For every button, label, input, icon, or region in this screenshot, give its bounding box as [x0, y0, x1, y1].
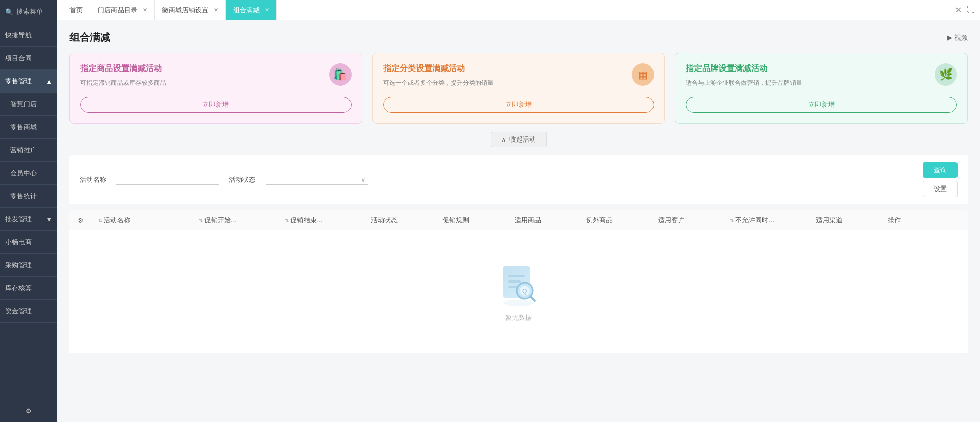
sidebar-search[interactable]: 🔍 搜索菜单 — [0, 0, 57, 24]
th-label: 活动状态 — [371, 216, 398, 225]
search-icon: 🔍 — [5, 8, 13, 16]
tab-bar: 首页 门店商品目录 ✕ 微商城店铺设置 ✕ 组合满减 ✕ ✕ ⛶ — [57, 0, 980, 20]
goods-card-desc: 可指定滞销商品或库存较多商品 — [80, 78, 352, 87]
sort-icon: ⇅ — [98, 218, 102, 223]
th-gear[interactable]: ⚙ — [78, 217, 98, 224]
sidebar-item-label: 会员中心 — [10, 169, 37, 178]
sidebar-item-label: 库存核算 — [5, 284, 32, 293]
tab-combo-discount[interactable]: 组合满减 ✕ — [226, 0, 277, 20]
th-label: 不允许同时... — [735, 216, 774, 225]
th-status: 活动状态 — [371, 216, 443, 225]
sidebar-item-label: 小畅电商 — [5, 238, 32, 247]
svg-line-8 — [530, 296, 535, 301]
close-window-icon[interactable]: ✕ — [955, 5, 962, 15]
activity-card-category: ▦ 指定分类设置满减活动 可选一个或者多个分类，提升分类的销量 立即新增 — [372, 53, 665, 124]
category-add-button[interactable]: 立即新增 — [383, 97, 655, 113]
goods-card-title: 指定商品设置满减活动 — [80, 63, 352, 74]
tab-bar-actions: ✕ ⛶ — [955, 5, 975, 15]
sidebar-item-finance-mgmt[interactable]: 资金管理 — [0, 300, 57, 323]
sidebar-settings[interactable]: ⚙ — [0, 400, 57, 422]
brand-card-icon: 🌿 — [935, 63, 957, 86]
sidebar-item-retail-mall[interactable]: 零售商城 — [0, 116, 57, 139]
tab-home[interactable]: 首页 — [62, 0, 90, 20]
th-start[interactable]: ⇅ 促销开始... — [199, 216, 285, 225]
sidebar-item-member-center[interactable]: 会员中心 — [0, 162, 57, 185]
sidebar-search-label: 搜索菜单 — [16, 7, 43, 16]
sort-icon: ⇅ — [285, 218, 289, 223]
sidebar-item-retail-mgmt[interactable]: 零售管理 ▲ — [0, 70, 57, 93]
sidebar-item-smart-store[interactable]: 智慧门店 — [0, 93, 57, 116]
tab-store-catalog[interactable]: 门店商品目录 ✕ — [90, 0, 155, 20]
empty-text: 暂无数据 — [505, 313, 532, 322]
chevron-down-icon: ▼ — [45, 216, 52, 223]
video-label: 视频 — [954, 33, 968, 42]
video-link[interactable]: ▶ 视频 — [947, 33, 968, 42]
sidebar-item-stock-calc[interactable]: 库存核算 — [0, 277, 57, 300]
tab-close-icon[interactable]: ✕ — [214, 7, 218, 13]
filter-status-label: 活动状态 — [229, 175, 255, 184]
th-label: 促销规则 — [442, 216, 469, 225]
filter-actions: 查询 设置 — [923, 162, 958, 197]
tab-label: 微商城店铺设置 — [162, 6, 208, 15]
collapse-label: 收起活动 — [509, 135, 536, 144]
th-action: 操作 — [888, 216, 960, 225]
tab-close-icon[interactable]: ✕ — [265, 7, 269, 13]
sidebar-item-label: 零售统计 — [10, 192, 37, 201]
play-icon: ▶ — [947, 34, 952, 41]
brand-card-desc: 适合与上游企业联合做营销，提升品牌销量 — [686, 78, 957, 87]
chevron-up-icon: ∧ — [501, 136, 506, 144]
sidebar-item-marketing[interactable]: 营销推广 — [0, 139, 57, 162]
th-notsame[interactable]: ⇅ 不允许同时... — [730, 216, 816, 225]
tab-label: 首页 — [69, 6, 83, 15]
leaf-icon: 🌿 — [939, 68, 953, 81]
tab-close-icon[interactable]: ✕ — [143, 7, 147, 13]
th-goods: 适用商品 — [515, 216, 587, 225]
collapse-button[interactable]: ∧ 收起活动 — [491, 132, 547, 147]
gear-icon: ⚙ — [26, 407, 32, 415]
th-name[interactable]: ⇅ 活动名称 — [98, 216, 199, 225]
content-area: 组合满减 ▶ 视频 🛍️ 指定商品设置满减活动 可指定滞销商品或库存较多商品 立… — [57, 20, 980, 422]
sidebar-item-quick-nav[interactable]: 快捷导航 — [0, 24, 57, 47]
sidebar-item-label: 资金管理 — [5, 307, 32, 316]
sidebar-item-xiaochang[interactable]: 小畅电商 — [0, 231, 57, 254]
sidebar-item-label: 零售商城 — [10, 123, 37, 132]
brand-add-button[interactable]: 立即新增 — [686, 97, 957, 113]
sidebar-item-label: 采购管理 — [5, 261, 32, 270]
gear-icon: ⚙ — [78, 217, 84, 224]
goods-add-button[interactable]: 立即新增 — [80, 97, 352, 113]
sidebar: 🔍 搜索菜单 快捷导航 项目合同 零售管理 ▲ 智慧门店 零售商城 营销推广 会… — [0, 0, 57, 422]
sidebar-item-label: 零售管理 — [5, 77, 32, 86]
tab-wechat-store[interactable]: 微商城店铺设置 ✕ — [155, 0, 226, 20]
filter-row: 活动名称 活动状态 ∨ 查询 设置 — [69, 155, 968, 204]
sidebar-item-retail-stats[interactable]: 零售统计 — [0, 185, 57, 208]
sidebar-item-label: 项目合同 — [5, 54, 32, 63]
activity-card-brand: 🌿 指定品牌设置满减活动 适合与上游企业联合做营销，提升品牌销量 立即新增 — [675, 53, 968, 124]
filter-name-input[interactable] — [116, 175, 219, 185]
page-header: 组合满减 ▶ 视频 — [69, 31, 968, 44]
sidebar-item-purchase-mgmt[interactable]: 采购管理 — [0, 254, 57, 277]
sidebar-item-project-contract[interactable]: 项目合同 — [0, 47, 57, 70]
th-label: 适用客户 — [658, 216, 685, 225]
th-label: 促销开始... — [204, 216, 237, 225]
th-label: 促销结束... — [290, 216, 322, 225]
query-button[interactable]: 查询 — [923, 162, 958, 178]
collapse-button-wrapper: ∧ 收起活动 — [69, 132, 968, 147]
table-header: ⚙ ⇅ 活动名称 ⇅ 促销开始... ⇅ 促销结束... 活动状态 — [69, 210, 968, 230]
empty-illustration: Q — [493, 261, 544, 307]
sidebar-item-label: 批发管理 — [5, 215, 32, 224]
th-end[interactable]: ⇅ 促销结束... — [285, 216, 371, 225]
bag-icon: 🛍️ — [333, 68, 347, 81]
fullscreen-icon[interactable]: ⛶ — [967, 5, 975, 15]
sidebar-item-label: 智慧门店 — [10, 100, 37, 109]
th-label: 例外商品 — [586, 216, 613, 225]
sidebar-item-wholesale-mgmt[interactable]: 批发管理 ▼ — [0, 208, 57, 231]
th-rule: 促销规则 — [442, 216, 515, 225]
goods-card-icon: 🛍️ — [329, 63, 352, 86]
chevron-down-icon: ∨ — [361, 176, 366, 183]
filter-status-select[interactable]: ∨ — [266, 175, 368, 185]
svg-point-0 — [503, 300, 534, 306]
setting-button[interactable]: 设置 — [923, 181, 958, 197]
sidebar-item-label: 营销推广 — [10, 146, 37, 155]
activity-card-goods: 🛍️ 指定商品设置满减活动 可指定滞销商品或库存较多商品 立即新增 — [69, 53, 362, 124]
empty-state: Q 暂无数据 — [69, 230, 968, 353]
